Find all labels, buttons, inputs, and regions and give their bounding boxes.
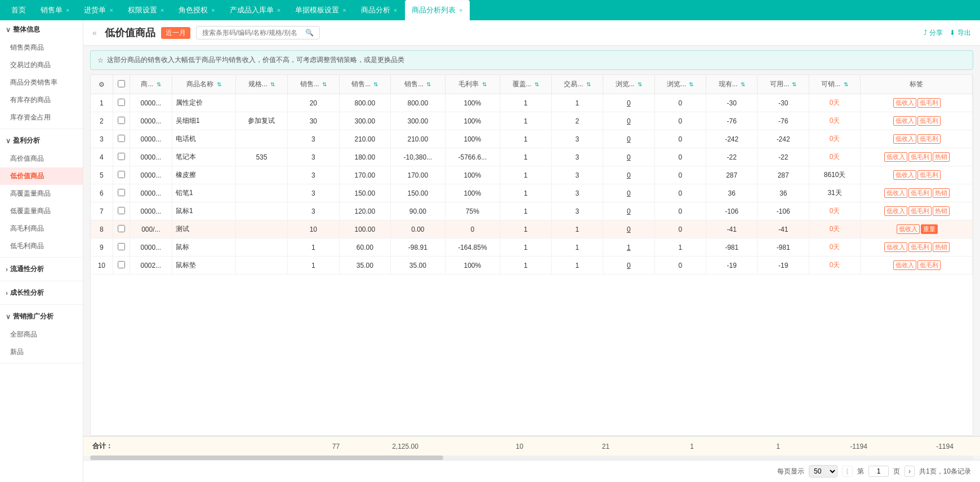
sidebar-collapse-btn[interactable]: « [92, 28, 97, 37]
nav-tab-进货单[interactable]: 进货单× [77, 0, 119, 20]
saleable-days: 0天 [830, 117, 840, 125]
browse1-value[interactable]: 0 [627, 135, 631, 143]
row-checkbox[interactable] [118, 261, 125, 268]
sort-icon-cs[interactable]: ⇅ [741, 81, 745, 87]
row-browse2: 0 [654, 148, 706, 166]
browse1-value[interactable]: 0 [627, 99, 631, 107]
share-btn[interactable]: ⤴ 分享 [924, 28, 943, 38]
sort-icon-code[interactable]: ⇅ [157, 81, 161, 87]
close-tab-icon[interactable]: × [161, 7, 164, 14]
row-browse2: 0 [654, 94, 706, 112]
row-code: 0000... [130, 238, 172, 257]
nav-tab-商品分析[interactable]: 商品分析× [354, 0, 404, 20]
browse1-value[interactable]: 0 [627, 171, 631, 179]
sort-icon-tx[interactable]: ⇅ [586, 81, 591, 87]
sidebar-item-库存资金占用[interactable]: 库存资金占用 [0, 109, 83, 126]
row-spec [235, 238, 287, 257]
nav-tab-权限设置[interactable]: 权限设置× [121, 0, 171, 20]
sidebar-item-新品[interactable]: 新品 [0, 343, 83, 361]
tag-label: 低毛利 [917, 170, 941, 180]
close-tab-icon[interactable]: × [109, 7, 113, 14]
sort-icon-spec[interactable]: ⇅ [270, 81, 275, 87]
nav-tab-角色授权[interactable]: 角色授权× [172, 0, 221, 20]
col-settings[interactable]: ⚙ [91, 75, 113, 94]
export-btn[interactable]: ⬇ 导出 [950, 28, 971, 38]
footer-label: 合计： [92, 441, 113, 451]
row-gross-rate: -164.85% [445, 238, 500, 257]
sort-icon-avg[interactable]: ⇅ [426, 81, 431, 87]
search-input[interactable] [202, 29, 302, 37]
sidebar-group-盈利分析[interactable]: ∨盈利分析 [0, 131, 83, 150]
sidebar-item-高毛利商品[interactable]: 高毛利商品 [0, 220, 83, 237]
row-coverage: 1 [500, 130, 551, 148]
sort-icon-b2[interactable]: ⇅ [689, 81, 693, 87]
row-checkbox[interactable] [118, 135, 125, 142]
sort-icon-coverage[interactable]: ⇅ [534, 81, 539, 87]
nav-tab-首页[interactable]: 首页 [5, 0, 33, 20]
browse1-value[interactable]: 0 [627, 262, 631, 269]
row-code: 0000... [130, 94, 172, 112]
close-tab-icon[interactable]: × [342, 7, 346, 14]
close-tab-icon[interactable]: × [66, 7, 69, 14]
sidebar-item-商品分类销售率[interactable]: 商品分类销售率 [0, 74, 83, 91]
browse1-value[interactable]: 0 [627, 153, 631, 161]
row-checkbox[interactable] [118, 117, 125, 124]
sidebar-group-流通性分析[interactable]: ›流通性分析 [0, 260, 83, 278]
sidebar-group-整体信息[interactable]: ∨整体信息 [0, 20, 83, 39]
row-tags: 低收入低毛利热销 [861, 238, 973, 257]
browse1-value[interactable]: 0 [627, 189, 631, 197]
nav-tab-销售单[interactable]: 销售单× [34, 0, 76, 20]
first-page-btn[interactable]: ⟨ [842, 466, 853, 477]
col-transactions: 交易... ⇅ [551, 75, 603, 94]
sidebar-item-高覆盖量商品[interactable]: 高覆盖量商品 [0, 185, 83, 202]
sidebar-item-交易过的商品[interactable]: 交易过的商品 [0, 56, 83, 74]
sort-icon-amount[interactable]: ⇅ [373, 81, 378, 87]
row-saleable: 31天 [809, 184, 860, 202]
sort-icon-b1[interactable]: ⇅ [638, 81, 642, 87]
row-checkbox[interactable] [118, 225, 125, 232]
row-checkbox[interactable] [118, 153, 125, 160]
sidebar-group-成长性分析[interactable]: ›成长性分析 [0, 284, 83, 302]
nav-tab-商品分析列表[interactable]: 商品分析列表× [405, 0, 469, 20]
close-tab-icon[interactable]: × [211, 7, 215, 14]
browse1-value[interactable]: 0 [627, 225, 631, 233]
sort-icon-name[interactable]: ⇅ [217, 81, 221, 87]
nav-tab-产成品入库单[interactable]: 产成品入库单× [223, 0, 287, 20]
row-checkbox[interactable] [118, 99, 125, 106]
sort-icon-sl[interactable]: ⇅ [844, 81, 848, 87]
browse1-value[interactable]: 1 [627, 244, 631, 251]
row-checkbox[interactable] [118, 207, 125, 214]
close-tab-icon[interactable]: × [277, 7, 280, 14]
browse1-value[interactable]: 0 [627, 207, 631, 215]
browse1-value[interactable]: 0 [627, 117, 631, 125]
row-transactions: 3 [551, 202, 603, 220]
row-checkbox[interactable] [118, 243, 125, 250]
sidebar-item-高价值商品[interactable]: 高价值商品 [0, 150, 83, 167]
row-checkbox[interactable] [118, 171, 125, 178]
filter-tag-btn[interactable]: 近一月 [161, 27, 190, 39]
sort-icon-qty[interactable]: ⇅ [322, 81, 327, 87]
sidebar-item-低覆盖量商品[interactable]: 低覆盖量商品 [0, 202, 83, 220]
horizontal-scrollbar[interactable] [90, 456, 973, 460]
search-icon[interactable]: 🔍 [305, 29, 314, 37]
sidebar-item-有库存的商品[interactable]: 有库存的商品 [0, 91, 83, 109]
select-all-checkbox[interactable] [118, 80, 125, 87]
nav-tab-单据模板设置[interactable]: 单据模板设置× [288, 0, 353, 20]
sidebar-item-销售类商品[interactable]: 销售类商品 [0, 39, 83, 56]
row-name: 电话机 [172, 130, 236, 148]
sort-icon-gross[interactable]: ⇅ [482, 81, 487, 87]
sidebar-item-低毛利商品[interactable]: 低毛利商品 [0, 237, 83, 255]
sidebar-item-全部商品[interactable]: 全部商品 [0, 326, 83, 343]
close-tab-icon[interactable]: × [459, 7, 462, 14]
sidebar-group-营销推广分析[interactable]: ∨营销推广分析 [0, 307, 83, 326]
per-page-select[interactable]: 50 100 200 [809, 465, 838, 477]
row-checkbox[interactable] [118, 189, 125, 196]
close-tab-icon[interactable]: × [394, 7, 397, 14]
sort-icon-av[interactable]: ⇅ [792, 81, 796, 87]
page-number-input[interactable] [868, 466, 889, 477]
row-browse1: 0 [603, 166, 654, 184]
row-sales-avg: 300.00 [391, 112, 446, 130]
row-browse1: 0 [603, 257, 654, 275]
sidebar-item-低价值商品[interactable]: 低价值商品 [0, 167, 83, 185]
next-page-btn[interactable]: › [905, 466, 915, 477]
